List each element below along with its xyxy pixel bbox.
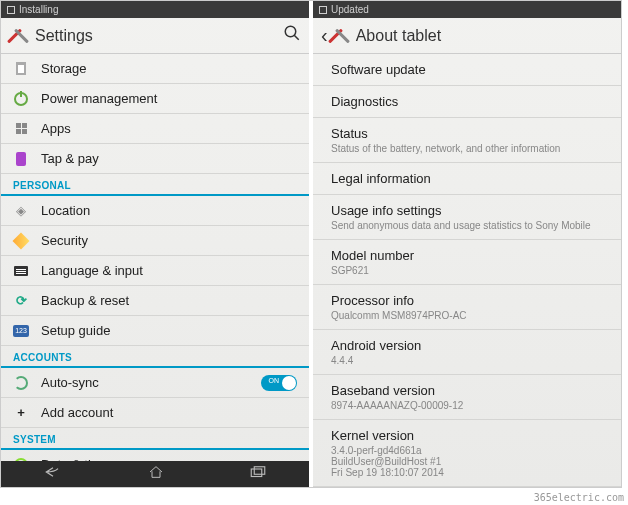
about-row[interactable]: Baseband version8974-AAAAANAZQ-00009-12 <box>313 375 621 420</box>
settings-row[interactable]: Storage <box>1 54 309 84</box>
settings-row[interactable]: Tap & pay <box>1 144 309 174</box>
settings-panel: Installing Settings StoragePower managem… <box>1 1 313 487</box>
row-title: Model number <box>331 248 605 263</box>
about-panel: Updated ‹ About tablet Software updateDi… <box>313 1 621 487</box>
row-subtitle: 8974-AAAAANAZQ-00009-12 <box>331 400 605 411</box>
section-header: ACCOUNTS <box>1 346 309 368</box>
row-title: Software update <box>331 62 605 77</box>
row-label: Language & input <box>41 263 297 278</box>
download-icon <box>7 6 15 14</box>
settings-icon <box>9 27 27 45</box>
about-header: ‹ About tablet <box>313 18 621 54</box>
clock-icon <box>13 457 29 462</box>
settings-row[interactable]: Date & time <box>1 450 309 461</box>
about-row[interactable]: Diagnostics <box>313 86 621 118</box>
tap-icon <box>13 151 29 167</box>
row-subtitle: 4.4.4 <box>331 355 605 366</box>
about-row[interactable]: StatusStatus of the battery, network, an… <box>313 118 621 163</box>
row-label: Setup guide <box>41 323 297 338</box>
row-title: Processor info <box>331 293 605 308</box>
back-icon[interactable]: ‹ <box>321 24 328 47</box>
row-subtitle: Qualcomm MSM8974PRO-AC <box>331 310 605 321</box>
nav-recent-icon[interactable] <box>249 465 267 483</box>
row-label: Storage <box>41 61 297 76</box>
statusbar-text: Installing <box>19 4 58 15</box>
settings-row[interactable]: Security <box>1 226 309 256</box>
setup-icon: 123 <box>13 323 29 339</box>
about-row[interactable]: Legal information <box>313 163 621 195</box>
settings-header: Settings <box>1 18 309 54</box>
about-list: Software updateDiagnosticsStatusStatus o… <box>313 54 621 487</box>
power-icon <box>13 91 29 107</box>
row-subtitle: 3.4.0-perf-gd4d661a BuildUser@BuildHost … <box>331 445 605 478</box>
settings-row[interactable]: Power management <box>1 84 309 114</box>
settings-row[interactable]: Language & input <box>1 256 309 286</box>
settings-row[interactable]: Apps <box>1 114 309 144</box>
backup-icon: ⟳ <box>13 293 29 309</box>
navbar <box>1 461 309 487</box>
nav-home-icon[interactable] <box>148 464 164 484</box>
plus-icon: + <box>13 405 29 421</box>
svg-rect-2 <box>251 469 262 477</box>
row-subtitle: Send anonymous data and usage statistics… <box>331 220 605 231</box>
statusbar-left: Installing <box>1 1 309 18</box>
sec-icon <box>13 233 29 249</box>
statusbar-right: Updated <box>313 1 621 18</box>
row-subtitle: Status of the battery, network, and othe… <box>331 143 605 154</box>
auto-sync-toggle[interactable]: ON <box>261 375 297 391</box>
watermark: 365electric.com <box>534 492 624 503</box>
statusbar-text: Updated <box>331 4 369 15</box>
section-header: PERSONAL <box>1 174 309 196</box>
settings-row[interactable]: ◈Location <box>1 196 309 226</box>
about-row[interactable]: Kernel version3.4.0-perf-gd4d661a BuildU… <box>313 420 621 487</box>
section-header: SYSTEM <box>1 428 309 450</box>
svg-point-0 <box>285 26 296 37</box>
page-title: About tablet <box>356 27 613 45</box>
row-label: Auto-sync <box>41 375 261 390</box>
row-title: Kernel version <box>331 428 605 443</box>
page-title: Settings <box>35 27 283 45</box>
row-title: Baseband version <box>331 383 605 398</box>
settings-row[interactable]: Auto-syncON <box>1 368 309 398</box>
svg-line-1 <box>294 35 299 40</box>
nav-back-icon[interactable] <box>43 465 63 483</box>
updated-icon <box>319 6 327 14</box>
row-label: Add account <box>41 405 297 420</box>
about-row[interactable]: Software update <box>313 54 621 86</box>
row-title: Diagnostics <box>331 94 605 109</box>
row-title: Legal information <box>331 171 605 186</box>
settings-icon <box>330 27 348 45</box>
settings-row[interactable]: ⟳Backup & reset <box>1 286 309 316</box>
about-row[interactable]: Android version4.4.4 <box>313 330 621 375</box>
loc-icon: ◈ <box>13 203 29 219</box>
apps-icon <box>13 121 29 137</box>
lang-icon <box>13 263 29 279</box>
about-row[interactable]: Usage info settingsSend anonymous data a… <box>313 195 621 240</box>
about-row[interactable]: Model numberSGP621 <box>313 240 621 285</box>
search-icon[interactable] <box>283 24 301 47</box>
row-label: Security <box>41 233 297 248</box>
row-title: Usage info settings <box>331 203 605 218</box>
row-label: Power management <box>41 91 297 106</box>
row-label: Backup & reset <box>41 293 297 308</box>
settings-row[interactable]: +Add account <box>1 398 309 428</box>
row-title: Android version <box>331 338 605 353</box>
settings-list: StoragePower managementAppsTap & payPERS… <box>1 54 309 461</box>
storage-icon <box>13 61 29 77</box>
row-subtitle: SGP621 <box>331 265 605 276</box>
sync-icon <box>13 375 29 391</box>
row-label: Tap & pay <box>41 151 297 166</box>
row-label: Location <box>41 203 297 218</box>
about-row[interactable]: Processor infoQualcomm MSM8974PRO-AC <box>313 285 621 330</box>
row-title: Status <box>331 126 605 141</box>
settings-row[interactable]: 123Setup guide <box>1 316 309 346</box>
row-label: Apps <box>41 121 297 136</box>
svg-rect-3 <box>254 467 265 475</box>
